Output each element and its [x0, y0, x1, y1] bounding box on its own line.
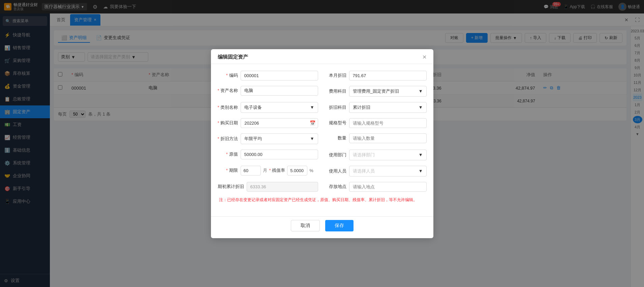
period-input[interactable]	[241, 166, 261, 176]
form-row-7: 期限 月 残值率 % 使用人员 请选择人员 ▼	[218, 166, 427, 177]
code-input[interactable]	[241, 71, 318, 81]
purchase-date-wrapper: 📅	[241, 118, 318, 128]
form-row-2: 资产名称 费用科目 管理费用_固定资产折旧 ▼	[218, 86, 427, 97]
dep-account-label: 折旧科目	[326, 104, 346, 110]
user-select[interactable]: 请选择人员 ▼	[349, 166, 427, 177]
expense-account-dropdown-icon: ▼	[419, 89, 423, 94]
edit-asset-modal: 编辑固定资产 ✕ 编码 本月折旧 资产名称	[211, 49, 433, 238]
cancel-btn[interactable]: 取消	[291, 220, 320, 231]
modal-header: 编辑固定资产 ✕	[211, 49, 433, 64]
calendar-icon[interactable]: 📅	[310, 120, 315, 126]
dep-method-label: 折旧方法	[218, 136, 238, 142]
user-dropdown-icon: ▼	[419, 168, 423, 173]
modal-footer: 取消 保存	[211, 216, 433, 238]
modal-title: 编辑固定资产	[218, 54, 248, 60]
spec-label: 规格型号	[326, 120, 346, 126]
user-label: 使用人员	[326, 168, 346, 174]
form-group-purchase-date: 购买日期 📅	[218, 118, 318, 128]
form-group-code: 编码	[218, 71, 318, 81]
asset-name-input[interactable]	[241, 86, 318, 96]
form-group-user: 使用人员 请选择人员 ▼	[326, 166, 427, 177]
initial-dep-input[interactable]	[247, 182, 318, 192]
monthly-dep-label: 本月折旧	[326, 72, 346, 78]
modal-body: 编码 本月折旧 资产名称 费用科目 管理费用_固定资产折旧	[211, 64, 433, 215]
purchase-date-input[interactable]	[241, 118, 318, 128]
location-label: 存放地点	[326, 184, 346, 190]
dep-method-dropdown-icon: ▼	[310, 136, 314, 141]
user-placeholder: 请选择人员	[353, 168, 375, 174]
form-row-8: 期初累计折旧 存放地点	[218, 182, 427, 192]
quantity-label: 数量	[326, 135, 346, 141]
category-value: 电子设备	[244, 104, 262, 110]
quantity-input[interactable]	[349, 133, 427, 143]
expense-account-value: 管理费用_固定资产折旧	[353, 88, 399, 94]
spec-input[interactable]	[349, 118, 427, 128]
form-row-4: 购买日期 📅 规格型号	[218, 118, 427, 128]
residual-rate-unit: %	[309, 168, 313, 173]
period-unit: 月	[263, 167, 267, 173]
form-row-1: 编码 本月折旧	[218, 71, 427, 81]
form-group-period-residual: 期限 月 残值率 %	[218, 166, 318, 176]
location-input[interactable]	[349, 182, 427, 192]
form-group-location: 存放地点	[326, 182, 427, 192]
department-select[interactable]: 请选择部门 ▼	[349, 150, 427, 160]
modal-note: 注：已经存在变更记录或者对应固定资产已经生成凭证，原值、购买日期、残值率、累计折…	[218, 197, 427, 203]
residual-rate-input[interactable]	[287, 166, 307, 176]
dep-account-select[interactable]: 累计折旧 ▼	[349, 102, 427, 113]
dep-method-value: 年限平均	[244, 136, 262, 142]
form-group-dep-account: 折旧科目 累计折旧 ▼	[326, 102, 427, 113]
modal-overlay: 编辑固定资产 ✕ 编码 本月折旧 资产名称	[0, 0, 644, 287]
department-label: 使用部门	[326, 152, 346, 158]
save-btn[interactable]: 保存	[325, 220, 354, 231]
form-group-initial-dep: 期初累计折旧	[218, 182, 318, 192]
code-label: 编码	[218, 72, 238, 78]
form-row-5: 折旧方法 年限平均 ▼ 数量	[218, 133, 427, 144]
residual-rate-label: 残值率	[269, 167, 285, 173]
expense-account-label: 费用科目	[326, 88, 346, 94]
monthly-dep-input[interactable]	[349, 71, 427, 81]
dep-method-select[interactable]: 年限平均 ▼	[241, 133, 318, 144]
form-group-quantity: 数量	[326, 133, 427, 143]
asset-name-label: 资产名称	[218, 88, 238, 94]
category-label: 类别名称	[218, 104, 238, 110]
category-select[interactable]: 电子设备 ▼	[241, 102, 318, 113]
dep-account-value: 累计折旧	[353, 104, 370, 110]
period-label: 期限	[218, 167, 238, 173]
purchase-date-label: 购买日期	[218, 120, 238, 126]
form-group-dep-method: 折旧方法 年限平均 ▼	[218, 133, 318, 144]
form-group-spec: 规格型号	[326, 118, 427, 128]
dep-account-dropdown-icon: ▼	[419, 105, 423, 110]
period-inline-row: 月 残值率 %	[241, 166, 318, 176]
form-group-expense-account: 费用科目 管理费用_固定资产折旧 ▼	[326, 86, 427, 97]
form-row-6: 原值 使用部门 请选择部门 ▼	[218, 150, 427, 160]
initial-dep-label: 期初累计折旧	[218, 184, 244, 190]
modal-close-btn[interactable]: ✕	[422, 54, 427, 60]
category-dropdown-icon: ▼	[310, 105, 314, 110]
form-row-3: 类别名称 电子设备 ▼ 折旧科目 累计折旧 ▼	[218, 102, 427, 113]
expense-account-select[interactable]: 管理费用_固定资产折旧 ▼	[349, 86, 427, 97]
form-group-category: 类别名称 电子设备 ▼	[218, 102, 318, 113]
form-group-monthly-dep: 本月折旧	[326, 71, 427, 81]
department-placeholder: 请选择部门	[353, 152, 375, 158]
department-dropdown-icon: ▼	[419, 152, 423, 157]
original-value-label: 原值	[218, 151, 238, 157]
form-group-original-value: 原值	[218, 150, 318, 159]
form-group-name: 资产名称	[218, 86, 318, 96]
original-value-input[interactable]	[241, 150, 318, 159]
form-group-department: 使用部门 请选择部门 ▼	[326, 150, 427, 160]
